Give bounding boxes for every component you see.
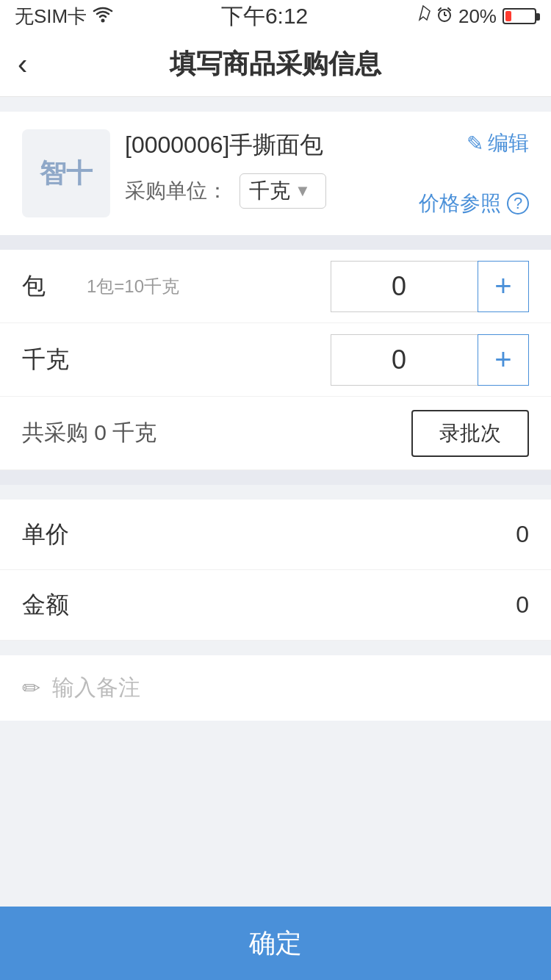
alarm-icon bbox=[436, 5, 453, 28]
kg-input-row: 千克 + bbox=[0, 323, 551, 397]
unit-value: 千克 bbox=[249, 177, 290, 205]
status-time: 下午6:12 bbox=[221, 1, 308, 32]
notes-section[interactable]: ✏ 输入备注 bbox=[0, 655, 551, 721]
battery-icon bbox=[503, 8, 536, 24]
kg-label: 千克 bbox=[22, 344, 81, 376]
unit-price-value: 0 bbox=[516, 521, 529, 548]
section-divider-2 bbox=[0, 470, 551, 485]
kg-input-wrap: + bbox=[331, 334, 529, 386]
unit-price-label: 单价 bbox=[22, 519, 69, 551]
section-divider-1 bbox=[0, 235, 551, 250]
unit-select[interactable]: 千克 ▼ bbox=[240, 173, 326, 209]
pencil-icon: ✏ bbox=[22, 675, 40, 701]
location-icon bbox=[416, 5, 431, 28]
edit-label: 编辑 bbox=[488, 129, 529, 157]
batch-button[interactable]: 录批次 bbox=[411, 410, 529, 457]
kg-plus-button[interactable]: + bbox=[478, 334, 529, 386]
content-fill bbox=[0, 721, 551, 912]
price-reference-button[interactable]: 价格参照 ? bbox=[419, 190, 529, 217]
price-section: 单价 0 金额 0 bbox=[0, 500, 551, 641]
summary-text: 共采购 0 千克 bbox=[22, 418, 156, 448]
unit-price-row: 单价 0 bbox=[0, 500, 551, 570]
carrier-label: 无SIM卡 bbox=[15, 4, 87, 29]
wifi-icon bbox=[93, 5, 113, 28]
help-icon: ? bbox=[507, 192, 529, 215]
pack-plus-button[interactable]: + bbox=[478, 261, 529, 312]
status-left: 无SIM卡 bbox=[15, 4, 113, 29]
chevron-down-icon: ▼ bbox=[295, 181, 311, 201]
pack-input-row: 包 1包=10千克 + bbox=[0, 250, 551, 323]
amount-row: 金额 0 bbox=[0, 570, 551, 641]
battery-percent: 20% bbox=[458, 5, 497, 28]
status-bar: 无SIM卡 下午6:12 20% bbox=[0, 0, 551, 32]
edit-button[interactable]: ✎ 编辑 bbox=[467, 129, 529, 157]
edit-icon: ✎ bbox=[467, 131, 483, 156]
price-ref-label: 价格参照 bbox=[419, 190, 501, 217]
purchase-unit-label: 采购单位： bbox=[125, 177, 228, 205]
nav-bar: ‹ 填写商品采购信息 bbox=[0, 32, 551, 97]
confirm-button[interactable]: 确定 bbox=[0, 907, 551, 980]
back-button[interactable]: ‹ bbox=[18, 48, 27, 81]
quantity-input-section: 包 1包=10千克 + 千克 + 共采购 0 千克 录批次 bbox=[0, 250, 551, 470]
product-logo: 智十 bbox=[40, 157, 93, 189]
amount-label: 金额 bbox=[22, 589, 69, 621]
amount-value: 0 bbox=[516, 591, 529, 619]
svg-point-0 bbox=[101, 18, 105, 22]
product-thumbnail: 智十 bbox=[22, 129, 110, 217]
notes-placeholder: 输入备注 bbox=[52, 673, 140, 703]
pack-hint: 1包=10千克 bbox=[87, 275, 331, 298]
summary-row: 共采购 0 千克 录批次 bbox=[0, 397, 551, 470]
pack-input-wrap: + bbox=[331, 261, 529, 312]
pack-input[interactable] bbox=[331, 261, 478, 312]
pack-label: 包 bbox=[22, 270, 81, 303]
kg-input[interactable] bbox=[331, 334, 478, 386]
status-right: 20% bbox=[416, 5, 536, 28]
page-title: 填写商品采购信息 bbox=[170, 46, 381, 82]
product-card: 智十 [0000006]手撕面包 采购单位： 千克 ▼ ✎ 编辑 价格参照 ? bbox=[0, 112, 551, 235]
